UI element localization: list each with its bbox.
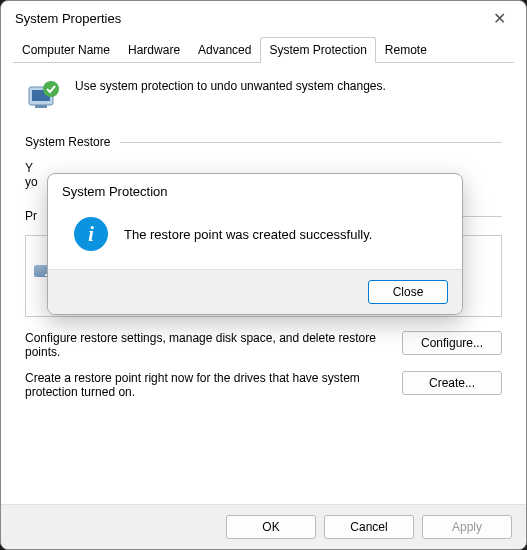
svg-point-3 [43,81,59,97]
tab-hardware[interactable]: Hardware [119,37,189,63]
create-row: Create a restore point right now for the… [25,371,502,399]
system-protection-icon [25,77,61,113]
tab-strip: Computer Name Hardware Advanced System P… [13,36,514,63]
system-properties-window: System Properties ✕ Computer Name Hardwa… [0,0,527,550]
create-text: Create a restore point right now for the… [25,371,390,399]
modal-title: System Protection [48,174,462,203]
hero-text: Use system protection to undo unwanted s… [75,77,386,93]
apply-button: Apply [422,515,512,539]
tab-advanced[interactable]: Advanced [189,37,260,63]
window-title: System Properties [15,11,121,26]
svg-rect-2 [35,105,47,108]
section-system-restore: System Restore [25,135,502,149]
modal-footer: Close [48,269,462,314]
section-protection-label: Pr [25,209,37,223]
tab-system-protection[interactable]: System Protection [260,37,375,63]
info-icon: i [74,217,108,251]
titlebar: System Properties ✕ [1,1,526,36]
configure-text: Configure restore settings, manage disk … [25,331,390,359]
configure-button[interactable]: Configure... [402,331,502,355]
configure-row: Configure restore settings, manage disk … [25,331,502,359]
cancel-button[interactable]: Cancel [324,515,414,539]
close-button[interactable]: Close [368,280,448,304]
hero-row: Use system protection to undo unwanted s… [25,77,502,113]
create-button[interactable]: Create... [402,371,502,395]
modal-body: i The restore point was created successf… [48,203,462,269]
close-icon[interactable]: ✕ [487,9,512,28]
tab-remote[interactable]: Remote [376,37,436,63]
dialog-button-bar: OK Cancel Apply [1,504,526,549]
modal-message: The restore point was created successful… [124,227,372,242]
ok-button[interactable]: OK [226,515,316,539]
section-restore-label: System Restore [25,135,110,149]
tab-computer-name[interactable]: Computer Name [13,37,119,63]
confirmation-dialog: System Protection i The restore point wa… [47,173,463,315]
